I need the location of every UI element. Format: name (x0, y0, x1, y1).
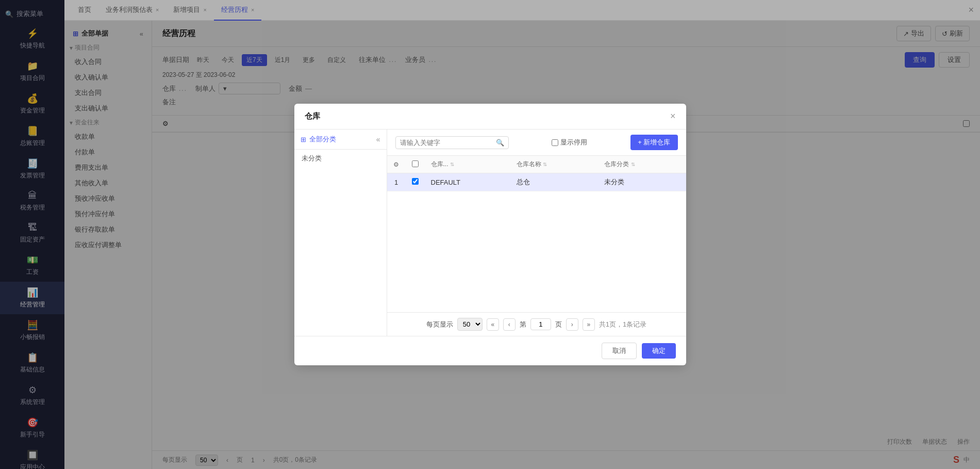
category-item-unclassified-label: 未分类 (302, 154, 322, 162)
th-category: 仓库分类 ⇅ (598, 156, 686, 173)
next-page-btn[interactable]: › (566, 318, 578, 331)
show-disabled-text: 显示停用 (560, 138, 587, 147)
th-name-label: 仓库名称 (517, 160, 541, 168)
cancel-button[interactable]: 取消 (602, 343, 637, 359)
search-input[interactable] (400, 139, 494, 147)
sort-category-icon[interactable]: ⇅ (631, 161, 635, 167)
page-suffix: 页 (555, 320, 562, 329)
row-name: 总仓 (510, 173, 598, 191)
category-all-btn[interactable]: ⊞ 全部分类 (301, 135, 336, 144)
warehouse-modal: 仓库 × ⊞ 全部分类 « 未分类 (294, 104, 686, 365)
grid-icon-category: ⊞ (301, 136, 306, 143)
row-code: DEFAULT (425, 173, 511, 191)
category-all-label: 全部分类 (309, 135, 336, 144)
modal-close-button[interactable]: × (670, 111, 676, 122)
table-row[interactable]: 1 DEFAULT 总仓 未分类 (387, 173, 686, 191)
sort-code-icon[interactable]: ⇅ (450, 161, 454, 167)
modal-table-head: ⚙ 仓库... ⇅ 仓库名称 ⇅ (387, 156, 686, 173)
show-disabled-checkbox[interactable] (552, 139, 558, 146)
page-number-input[interactable] (530, 318, 551, 330)
modal-table-container: ⚙ 仓库... ⇅ 仓库名称 ⇅ (387, 156, 686, 312)
modal-pagination: 每页显示 50 « ‹ 第 页 › » 共1页，1条记录 (387, 312, 686, 336)
prev-page-btn[interactable]: ‹ (503, 318, 516, 331)
th-name: 仓库名称 ⇅ (510, 156, 598, 173)
modal-footer: 取消 确定 (294, 336, 686, 365)
category-panel: ⊞ 全部分类 « 未分类 (294, 130, 387, 336)
modal-table-body: 1 DEFAULT 总仓 未分类 (387, 173, 686, 191)
row-gear: 1 (387, 173, 406, 191)
sort-name-icon[interactable]: ⇅ (543, 161, 547, 167)
modal-header: 仓库 × (294, 104, 686, 130)
table-select-all[interactable] (412, 160, 419, 167)
row-check[interactable] (406, 173, 425, 191)
th-code: 仓库... ⇅ (425, 156, 511, 173)
category-list: 未分类 (294, 150, 387, 336)
first-page-btn[interactable]: « (487, 318, 499, 331)
modal-body: ⊞ 全部分类 « 未分类 🔍 (294, 130, 686, 336)
th-code-label: 仓库... (431, 160, 449, 168)
search-icon-btn[interactable]: 🔍 (496, 139, 504, 147)
table-panel: 🔍 显示停用 + 新增仓库 ⚙ (387, 130, 686, 336)
last-page-btn[interactable]: » (583, 318, 595, 331)
th-check (406, 156, 425, 173)
confirm-button[interactable]: 确定 (642, 343, 676, 359)
add-warehouse-button[interactable]: + 新增仓库 (630, 135, 677, 150)
page-size-label: 每页显示 (426, 320, 453, 329)
page-prefix: 第 (520, 320, 526, 329)
modal-title: 仓库 (305, 111, 320, 121)
category-header: ⊞ 全部分类 « (294, 130, 387, 150)
show-disabled-label[interactable]: 显示停用 (552, 138, 587, 147)
modal-table-header-row: ⚙ 仓库... ⇅ 仓库名称 ⇅ (387, 156, 686, 173)
modal-overlay: 仓库 × ⊞ 全部分类 « 未分类 (0, 0, 980, 469)
total-info: 共1页，1条记录 (599, 320, 646, 329)
search-box: 🔍 (395, 136, 509, 149)
modal-data-table: ⚙ 仓库... ⇅ 仓库名称 ⇅ (387, 156, 686, 191)
modal-table-toolbar: 🔍 显示停用 + 新增仓库 (387, 130, 686, 156)
category-collapse-btn[interactable]: « (376, 135, 380, 143)
page-size-select[interactable]: 50 (457, 318, 483, 331)
category-item-unclassified[interactable]: 未分类 (294, 150, 387, 167)
row-category: 未分类 (598, 173, 686, 191)
th-gear: ⚙ (387, 156, 406, 173)
th-category-label: 仓库分类 (604, 160, 629, 168)
row-checkbox[interactable] (412, 178, 419, 185)
